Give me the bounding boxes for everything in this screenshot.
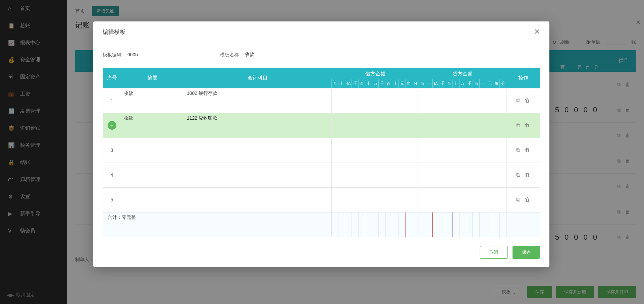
unit-header: 百	[446, 79, 452, 88]
cell-seq: 5	[103, 187, 121, 212]
th-credit: 贷方金额	[419, 68, 506, 79]
unit-header: 元	[399, 79, 406, 88]
total-credit	[419, 212, 506, 237]
edit-template-modal: 编辑模板 ✕ 模板编码 模板名称 序号 摘要 会计科目 借方金额 贷方金额	[93, 21, 549, 267]
unit-header: 千	[439, 79, 446, 88]
table-row[interactable]: 1收款1002 银行存款⧉🗑	[103, 88, 540, 113]
table-row[interactable]: 5⧉🗑	[103, 187, 540, 212]
cell-debit[interactable]	[332, 138, 419, 163]
table-row[interactable]: 3⧉🗑	[103, 138, 540, 163]
th-summary: 摘要	[121, 68, 184, 88]
cell-summary[interactable]	[121, 138, 184, 163]
cell-account[interactable]: 1122 应收账款	[184, 113, 332, 138]
unit-header: 十	[426, 79, 432, 88]
cell-account[interactable]: 1002 银行存款	[184, 88, 332, 113]
cell-debit[interactable]	[332, 88, 419, 113]
unit-header: 角	[406, 79, 412, 88]
delete-row-icon[interactable]: 🗑	[525, 98, 530, 104]
copy-row-icon[interactable]: ⧉	[516, 172, 520, 178]
unit-header: 角	[493, 79, 500, 88]
copy-row-icon[interactable]: ⧉	[516, 122, 520, 128]
template-name-input[interactable]	[244, 50, 311, 59]
total-cell: 合计：零元整	[103, 212, 332, 237]
total-debit	[332, 212, 419, 237]
unit-header: 分	[500, 79, 506, 88]
unit-header: 千	[466, 79, 473, 88]
th-debit: 借方金额	[332, 68, 419, 79]
cell-summary[interactable]: 收款	[121, 113, 184, 138]
cell-credit[interactable]	[419, 88, 506, 113]
cell-account[interactable]	[184, 138, 332, 163]
unit-header: 百	[385, 79, 392, 88]
cell-credit[interactable]	[419, 113, 506, 138]
unit-header: 百	[473, 79, 480, 88]
cell-credit[interactable]	[419, 138, 506, 163]
cell-action: ⧉🗑	[506, 163, 540, 187]
unit-header: 万	[372, 79, 379, 88]
template-code-label: 模板编码	[103, 52, 121, 58]
cell-summary[interactable]	[121, 163, 184, 187]
cell-account[interactable]	[184, 187, 332, 212]
unit-header: 千	[352, 79, 359, 88]
unit-header: 百	[359, 79, 365, 88]
voucher-template-table: 序号 摘要 会计科目 借方金额 贷方金额 操作 百十亿千百十万千百十元角分百十亿…	[103, 68, 540, 237]
template-code-input[interactable]	[126, 50, 193, 59]
add-row-button[interactable]: +	[108, 121, 116, 130]
unit-header: 十	[365, 79, 372, 88]
cell-credit[interactable]	[419, 163, 506, 187]
modal-save-button[interactable]: 保存	[513, 246, 540, 259]
table-row[interactable]: 4⧉🗑	[103, 163, 540, 187]
cell-credit[interactable]	[419, 187, 506, 212]
cell-action: ⧉🗑	[506, 187, 540, 212]
unit-header: 万	[459, 79, 466, 88]
unit-header: 百	[332, 79, 338, 88]
unit-header: 百	[419, 79, 426, 88]
copy-row-icon[interactable]: ⧉	[516, 98, 520, 104]
unit-header: 分	[412, 79, 419, 88]
cell-action: ⧉🗑	[506, 113, 540, 138]
unit-header: 十	[338, 79, 345, 88]
cell-summary[interactable]: 收款	[121, 88, 184, 113]
delete-row-icon[interactable]: 🗑	[525, 147, 530, 153]
th-account: 会计科目	[184, 68, 332, 88]
unit-header: 千	[379, 79, 385, 88]
cell-debit[interactable]	[332, 113, 419, 138]
th-seq: 序号	[103, 68, 121, 88]
cell-action: ⧉🗑	[506, 88, 540, 113]
unit-header: 元	[486, 79, 493, 88]
cell-seq: 1	[103, 88, 121, 113]
delete-row-icon[interactable]: 🗑	[525, 122, 530, 128]
cell-debit[interactable]	[332, 187, 419, 212]
unit-header: 亿	[345, 79, 352, 88]
delete-row-icon[interactable]: 🗑	[525, 197, 530, 203]
cell-summary[interactable]	[121, 187, 184, 212]
unit-header: 十	[452, 79, 459, 88]
cell-debit[interactable]	[332, 163, 419, 187]
modal-cancel-button[interactable]: 取消	[480, 246, 508, 259]
delete-row-icon[interactable]: 🗑	[525, 172, 530, 178]
copy-row-icon[interactable]: ⧉	[516, 147, 520, 153]
table-row[interactable]: +收款1122 应收账款⧉🗑	[103, 113, 540, 138]
modal-close-button[interactable]: ✕	[534, 27, 540, 36]
cell-action: ⧉🗑	[506, 138, 540, 163]
cell-seq: 3	[103, 138, 121, 163]
template-name-label: 模板名称	[220, 52, 239, 58]
unit-header: 亿	[432, 79, 439, 88]
cell-seq: +	[103, 113, 121, 138]
cell-account[interactable]	[184, 163, 332, 187]
modal-title: 编辑模板	[103, 28, 125, 36]
unit-header: 十	[392, 79, 399, 88]
copy-row-icon[interactable]: ⧉	[516, 197, 520, 203]
th-action: 操作	[506, 68, 540, 88]
unit-header: 十	[480, 79, 486, 88]
cell-seq: 4	[103, 163, 121, 187]
